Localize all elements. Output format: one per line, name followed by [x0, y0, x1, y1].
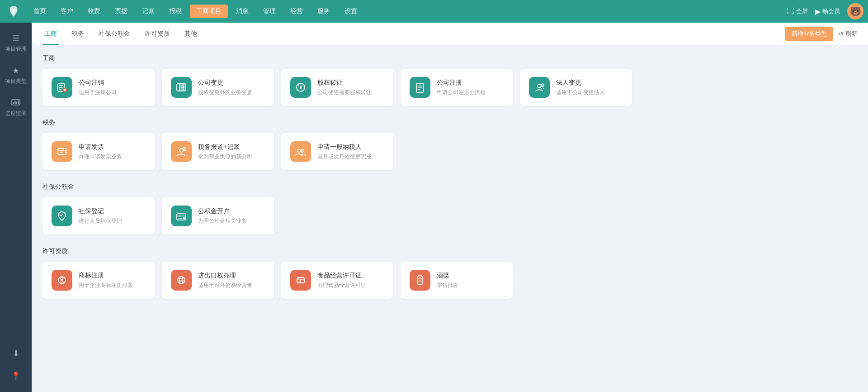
svg-point-31	[297, 149, 301, 153]
tab-other[interactable]: 其他	[183, 23, 199, 45]
card-icon-tax-accounting: $	[171, 141, 192, 162]
svg-point-32	[301, 149, 304, 153]
card-general-taxpayer[interactable]: 申请一般纳税人 当月或次月成变更完成	[281, 133, 393, 170]
list-icon: ☰	[11, 33, 21, 43]
sidebar-item-location[interactable]: 📍	[11, 365, 21, 387]
tab-tax[interactable]: 税务	[70, 23, 86, 45]
card-equity-transfer[interactable]: ¥ 股权转让 公司变更需要股权转让	[281, 69, 393, 106]
card-icon-food-license	[290, 270, 311, 291]
cards-grid-tax: 申请发票 办理申请发票业务 $	[42, 133, 857, 170]
card-title-liquor: 酒类	[437, 272, 458, 280]
refresh-icon: ↺	[839, 30, 844, 37]
card-info-tax-accounting: 税务报道+记账 拿到营业执照的新公司	[198, 143, 252, 161]
card-desc-company-cancel: 适用于注销公司	[79, 89, 117, 96]
card-desc-import-export: 适用于对外贸易经营者	[198, 282, 252, 289]
tab-bar: 工商 税务 社保公积金 许可资质 其他 新增业务类型 ↺ 刷新	[32, 23, 868, 45]
card-info-company-register: 公司注册 申请公司注册全流程	[437, 79, 486, 96]
nav-settings[interactable]: 设置	[338, 5, 363, 18]
card-desc-fund-account: 办理公积金相关业务	[198, 217, 247, 225]
card-title-company-register: 公司注册	[437, 79, 486, 87]
svg-text:¥: ¥	[299, 85, 302, 90]
card-company-change[interactable]: 公司变更 股权变更外的业务变更	[162, 69, 274, 106]
card-icon-company-cancel	[52, 77, 72, 98]
card-apply-invoice[interactable]: 申请发票 办理申请发票业务	[42, 133, 155, 170]
section-title-social: 社保公积金	[42, 183, 857, 191]
nav-service[interactable]: 服务	[311, 5, 336, 18]
fullscreen-icon: ⛶	[787, 7, 794, 15]
tab-list: 工商 税务 社保公积金 许可资质 其他	[42, 23, 785, 45]
section-title-license: 许可资质	[42, 247, 857, 255]
svg-point-23	[541, 84, 544, 86]
logo	[5, 2, 23, 20]
section-industry: 工商	[42, 54, 857, 106]
add-type-button[interactable]: 新增业务类型	[785, 27, 833, 41]
card-legal-change[interactable]: 法人变更 适用于公司变更法人	[520, 69, 632, 106]
scroll-content[interactable]: 工商	[32, 45, 868, 392]
card-desc-equity-transfer: 公司变更需要股权转让	[317, 89, 372, 96]
card-company-cancel[interactable]: 公司注销 适用于注销公司	[42, 69, 155, 106]
avatar[interactable]: 🐻	[847, 3, 863, 19]
card-import-export[interactable]: 进出口权办理 适用于对外贸易经营者	[162, 262, 274, 299]
card-title-fund-account: 公积金开户	[198, 207, 247, 215]
card-liquor[interactable]: 酒类 零售批发	[401, 262, 513, 299]
card-icon-liquor	[410, 270, 430, 291]
sidebar-item-progress-monitor[interactable]: 进度监测	[0, 91, 32, 124]
fullscreen-button[interactable]: ⛶ 全屏	[787, 7, 808, 15]
nav-customer[interactable]: 客户	[54, 5, 80, 18]
sidebar-item-project-type[interactable]: ★ 项目类型	[0, 59, 32, 91]
main-layout: ☰ 项目管理 ★ 项目类型 进度监测 ⬇ �	[0, 23, 868, 392]
nav-invoice[interactable]: 票据	[108, 5, 134, 18]
nav-accounting[interactable]: 记账	[136, 5, 161, 18]
vip-button[interactable]: ▶ 畅会员	[815, 7, 840, 16]
nav-message[interactable]: 消息	[230, 5, 255, 18]
nav-tax[interactable]: 报税	[163, 5, 188, 18]
card-icon-import-export	[171, 270, 192, 291]
card-trademark[interactable]: 商标注册 用于企业商标注册服务	[42, 262, 155, 299]
nav-home[interactable]: 首页	[27, 5, 52, 18]
nav-industry[interactable]: 工商项目	[190, 5, 228, 18]
refresh-button[interactable]: ↺ 刷新	[839, 30, 857, 38]
tab-industry[interactable]: 工商	[42, 23, 59, 45]
card-icon-social-insurance	[52, 206, 72, 226]
card-title-food-license: 食品经营许可证	[317, 272, 366, 280]
nav-fee[interactable]: 收费	[81, 5, 107, 18]
svg-point-35	[183, 217, 185, 219]
monitor-icon	[11, 98, 21, 108]
card-tax-accounting[interactable]: $ 税务报道+记账 拿到营业执照的新公司	[162, 133, 274, 170]
tab-license[interactable]: 许可资质	[143, 23, 172, 45]
card-desc-food-license: 办理食品经营许可证	[317, 282, 366, 289]
svg-rect-4	[18, 100, 19, 104]
card-title-company-cancel: 公司注销	[79, 79, 117, 87]
card-title-trademark: 商标注册	[79, 272, 133, 280]
card-info-general-taxpayer: 申请一般纳税人 当月或次月成变更完成	[317, 143, 372, 161]
card-icon-equity-transfer: ¥	[290, 77, 311, 98]
card-desc-trademark: 用于企业商标注册服务	[79, 282, 133, 289]
card-company-register[interactable]: 公司注册 申请公司注册全流程	[401, 69, 513, 106]
sidebar-item-project-manage[interactable]: ☰ 项目管理	[0, 27, 32, 59]
card-icon-general-taxpayer	[290, 141, 311, 162]
svg-rect-24	[58, 148, 66, 155]
card-info-social-insurance: 社保登记 进行人员社保登记	[79, 207, 122, 225]
card-social-insurance[interactable]: 社保登记 进行人员社保登记	[42, 197, 155, 234]
top-nav: 首页 客户 收费 票据 记账 报税 工商项目 消息 管理 经营 服务 设置 ⛶ …	[0, 0, 868, 23]
card-title-apply-invoice: 申请发票	[79, 143, 122, 151]
top-nav-right: ⛶ 全屏 ▶ 畅会员 🐻	[787, 3, 863, 19]
nav-operation[interactable]: 经营	[284, 5, 309, 18]
card-title-tax-accounting: 税务报道+记账	[198, 143, 252, 151]
card-food-license[interactable]: 食品经营许可证 办理食品经营许可证	[281, 262, 393, 299]
card-fund-account[interactable]: 公积金开户 办理公积金相关业务	[162, 197, 274, 234]
card-title-import-export: 进出口权办理	[198, 272, 252, 280]
card-desc-legal-change: 适用于公司变更法人	[556, 89, 605, 96]
card-info-apply-invoice: 申请发票 办理申请发票业务	[79, 143, 122, 161]
tab-social-fund[interactable]: 社保公积金	[97, 23, 132, 45]
sidebar-label-project-manage: 项目管理	[5, 45, 27, 53]
card-info-import-export: 进出口权办理 适用于对外贸易经营者	[198, 272, 252, 289]
nav-manage[interactable]: 管理	[257, 5, 282, 18]
sidebar-item-download[interactable]: ⬇	[11, 342, 21, 365]
svg-rect-2	[15, 101, 16, 104]
card-title-company-change: 公司变更	[198, 79, 252, 87]
svg-rect-1	[13, 102, 14, 104]
card-icon-company-register	[410, 77, 430, 98]
svg-rect-13	[179, 84, 186, 91]
card-info-company-cancel: 公司注销 适用于注销公司	[79, 79, 117, 96]
